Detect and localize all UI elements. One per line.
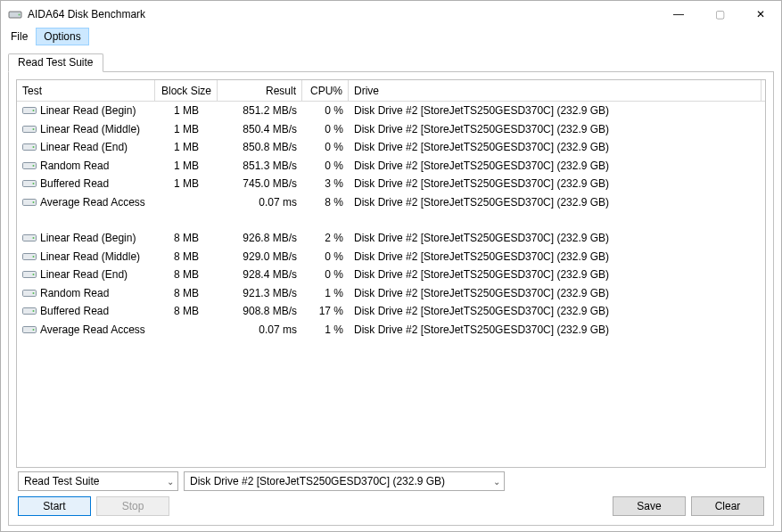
table-row[interactable]: Linear Read (End)1 MB850.8 MB/s0 %Disk D… xyxy=(17,138,765,157)
cell-cpu: 0 % xyxy=(302,268,349,281)
table-row[interactable]: Linear Read (Begin)1 MB851.2 MB/s0 %Disk… xyxy=(17,102,765,120)
table-row[interactable]: Average Read Access0.07 ms8 %Disk Drive … xyxy=(17,193,765,212)
table-row[interactable]: Random Read1 MB851.3 MB/s0 %Disk Drive #… xyxy=(17,157,765,176)
table-row[interactable]: Linear Read (Middle)8 MB929.0 MB/s0 %Dis… xyxy=(17,248,765,266)
selectors-row: Read Test Suite ⌄ Disk Drive #2 [StoreJe… xyxy=(16,468,766,495)
cell-drive: Disk Drive #2 [StoreJetTS250GESD370C] (2… xyxy=(349,305,761,317)
table-row[interactable]: Buffered Read1 MB745.0 MB/s3 %Disk Drive… xyxy=(17,175,765,193)
svg-point-7 xyxy=(33,146,35,148)
cell-test: Linear Read (Middle) xyxy=(40,250,140,263)
svg-point-13 xyxy=(33,201,35,203)
disk-icon xyxy=(22,178,37,189)
cell-result: 850.8 MB/s xyxy=(218,141,302,153)
col-block-size[interactable]: Block Size xyxy=(155,80,218,101)
maximize-button[interactable]: ▢ xyxy=(699,1,740,28)
cell-result: 929.0 MB/s xyxy=(218,250,302,263)
client-area: Read Test Suite Test Block Size Result C… xyxy=(1,45,781,531)
test-suite-value: Read Test Suite xyxy=(24,475,100,487)
disk-icon xyxy=(22,251,37,262)
cell-cpu: 0 % xyxy=(302,250,349,263)
disk-icon xyxy=(22,269,37,280)
drive-select[interactable]: Disk Drive #2 [StoreJetTS250GESD370C] (2… xyxy=(184,471,505,491)
tabpage: Test Block Size Result CPU% Drive Linear… xyxy=(8,71,774,526)
cell-test: Random Read xyxy=(40,287,109,299)
disk-icon xyxy=(22,124,37,135)
disk-icon xyxy=(22,288,37,299)
clear-button[interactable]: Clear xyxy=(691,496,764,516)
cell-result: 851.3 MB/s xyxy=(218,160,302,172)
cell-test: Random Read xyxy=(40,160,109,172)
titlebar: AIDA64 Disk Benchmark — ▢ ✕ xyxy=(1,1,781,28)
test-suite-select[interactable]: Read Test Suite ⌄ xyxy=(18,471,178,491)
menu-options[interactable]: Options xyxy=(36,28,88,45)
cell-result: 926.8 MB/s xyxy=(218,232,302,244)
disk-icon xyxy=(22,142,37,152)
cell-test: Average Read Access xyxy=(40,323,145,336)
buttons-row: Start Stop Save Clear xyxy=(16,495,766,518)
svg-point-23 xyxy=(33,310,35,312)
cell-cpu: 0 % xyxy=(302,123,349,135)
disk-icon xyxy=(22,233,37,243)
table-row[interactable]: Linear Read (Middle)1 MB850.4 MB/s0 %Dis… xyxy=(17,120,765,139)
save-button[interactable]: Save xyxy=(613,496,686,516)
col-cpu[interactable]: CPU% xyxy=(302,80,349,101)
minimize-button[interactable]: — xyxy=(658,1,699,28)
table-row[interactable]: Linear Read (End)8 MB928.4 MB/s0 %Disk D… xyxy=(17,266,765,284)
chevron-down-icon: ⌄ xyxy=(488,477,500,487)
col-test[interactable]: Test xyxy=(17,80,155,101)
tab-read-test-suite[interactable]: Read Test Suite xyxy=(8,53,103,72)
close-button[interactable]: ✕ xyxy=(740,1,781,28)
disk-icon xyxy=(22,197,37,208)
table-body: Linear Read (Begin)1 MB851.2 MB/s0 %Disk… xyxy=(17,102,765,339)
cell-drive: Disk Drive #2 [StoreJetTS250GESD370C] (2… xyxy=(349,268,761,281)
svg-point-25 xyxy=(33,329,35,331)
cell-test: Linear Read (End) xyxy=(40,141,128,153)
svg-point-17 xyxy=(33,256,35,258)
drive-select-value: Disk Drive #2 [StoreJetTS250GESD370C] (2… xyxy=(190,475,445,487)
cell-result: 0.07 ms xyxy=(218,196,302,209)
col-result[interactable]: Result xyxy=(218,80,302,101)
svg-point-21 xyxy=(33,292,35,294)
cell-result: 921.3 MB/s xyxy=(218,287,302,299)
window-title: AIDA64 Disk Benchmark xyxy=(28,8,658,20)
cell-drive: Disk Drive #2 [StoreJetTS250GESD370C] (2… xyxy=(349,250,761,263)
cell-cpu: 17 % xyxy=(302,305,349,317)
col-drive[interactable]: Drive xyxy=(349,80,761,101)
table-row[interactable]: Buffered Read8 MB908.8 MB/s17 %Disk Driv… xyxy=(17,302,765,321)
cell-drive: Disk Drive #2 [StoreJetTS250GESD370C] (2… xyxy=(349,123,761,135)
disk-icon xyxy=(22,105,37,116)
menu-file[interactable]: File xyxy=(3,28,36,45)
cell-drive: Disk Drive #2 [StoreJetTS250GESD370C] (2… xyxy=(349,177,761,190)
disk-icon xyxy=(22,306,37,316)
results-table: Test Block Size Result CPU% Drive Linear… xyxy=(16,79,766,468)
svg-point-15 xyxy=(33,237,35,239)
cell-test: Buffered Read xyxy=(40,177,109,190)
cell-block-size: 8 MB xyxy=(155,268,218,281)
window-controls: — ▢ ✕ xyxy=(658,1,781,28)
cell-drive: Disk Drive #2 [StoreJetTS250GESD370C] (2… xyxy=(349,104,761,117)
cell-block-size: 1 MB xyxy=(155,123,218,135)
table-row[interactable]: Linear Read (Begin)8 MB926.8 MB/s2 %Disk… xyxy=(17,229,765,248)
cell-drive: Disk Drive #2 [StoreJetTS250GESD370C] (2… xyxy=(349,196,761,209)
cell-test: Buffered Read xyxy=(40,305,109,317)
cell-result: 928.4 MB/s xyxy=(218,268,302,281)
cell-result: 850.4 MB/s xyxy=(218,123,302,135)
table-header: Test Block Size Result CPU% Drive xyxy=(17,80,765,102)
cell-test: Linear Read (Begin) xyxy=(40,104,136,117)
cell-drive: Disk Drive #2 [StoreJetTS250GESD370C] (2… xyxy=(349,141,761,153)
table-row[interactable]: Average Read Access0.07 ms1 %Disk Drive … xyxy=(17,321,765,340)
cell-test: Average Read Access xyxy=(40,196,145,209)
start-button[interactable]: Start xyxy=(18,496,91,516)
cell-block-size: 8 MB xyxy=(155,250,218,263)
cell-test: Linear Read (End) xyxy=(40,268,128,281)
table-row[interactable]: Random Read8 MB921.3 MB/s1 %Disk Drive #… xyxy=(17,284,765,303)
cell-drive: Disk Drive #2 [StoreJetTS250GESD370C] (2… xyxy=(349,160,761,172)
cell-result: 851.2 MB/s xyxy=(218,104,302,117)
cell-cpu: 0 % xyxy=(302,104,349,117)
cell-cpu: 8 % xyxy=(302,196,349,209)
cell-result: 0.07 ms xyxy=(218,323,302,336)
disk-icon xyxy=(22,160,37,171)
cell-test: Linear Read (Middle) xyxy=(40,123,140,135)
table-spacer xyxy=(17,211,765,229)
cell-test: Linear Read (Begin) xyxy=(40,232,136,244)
